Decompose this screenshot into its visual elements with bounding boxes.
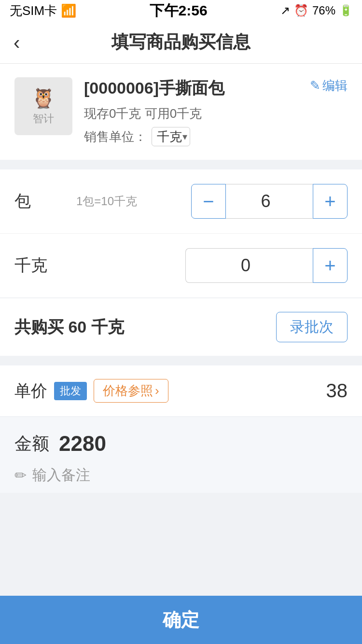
price-value: 38: [326, 380, 348, 402]
price-ref-label: 价格参照: [103, 382, 153, 399]
edit-icon: ✎: [310, 78, 320, 93]
owl-icon: 🦉: [31, 87, 56, 110]
page: 无SIM卡 📶 下午2:56 ↗ ⏰ 76% 🔋 ‹ 填写商品购买信息 🦉 智计…: [0, 0, 362, 644]
price-label: 单价: [14, 380, 47, 402]
nav-bar: ‹ 填写商品购买信息: [0, 21, 362, 64]
back-button[interactable]: ‹: [14, 33, 20, 52]
unit-label: 销售单位：: [84, 128, 147, 145]
summary-text: 共购买 60 千克: [14, 316, 124, 338]
status-right: ↗ ⏰ 76% 🔋: [280, 4, 352, 17]
kg-controls: +: [185, 248, 348, 283]
summary-unit: 千克: [91, 318, 124, 336]
kg-input[interactable]: [185, 248, 313, 283]
amount-section: 金额 2280 ✏ 输入备注: [0, 417, 362, 493]
bao-controls: − +: [191, 184, 348, 219]
product-info: [0000006]手撕面包 ✎ 编辑 现存0千克 可用0千克 销售单位： 千克: [84, 77, 348, 146]
wifi-icon: 📶: [61, 3, 76, 18]
batch-button[interactable]: 录批次: [276, 312, 348, 342]
status-bar: 无SIM卡 📶 下午2:56 ↗ ⏰ 76% 🔋: [0, 0, 362, 21]
summary-prefix: 共购买: [14, 318, 64, 336]
product-card: 🦉 智计 [0000006]手撕面包 ✎ 编辑 现存0千克 可用0千克 销售单位…: [0, 64, 362, 160]
bao-plus-button[interactable]: +: [313, 184, 348, 219]
battery-icon: 🔋: [339, 4, 352, 17]
amount-row: 金额 2280: [14, 432, 348, 456]
note-row[interactable]: ✏ 输入备注: [14, 465, 348, 485]
bao-input[interactable]: [226, 184, 313, 219]
unit-select-wrap[interactable]: 千克: [152, 127, 190, 146]
product-header: [0000006]手撕面包 ✎ 编辑: [84, 77, 348, 99]
edit-button[interactable]: ✎ 编辑: [310, 77, 348, 94]
note-icon: ✏: [14, 467, 27, 484]
alarm-icon: ⏰: [294, 4, 308, 17]
amount-value: 2280: [59, 432, 106, 456]
battery-text: 76%: [312, 4, 335, 17]
unit-select[interactable]: 千克: [152, 127, 190, 146]
summary-section: 共购买 60 千克 录批次: [0, 298, 362, 356]
note-placeholder: 输入备注: [32, 465, 90, 485]
location-icon: ↗: [280, 4, 290, 17]
nav-title: 填写商品购买信息: [111, 30, 251, 54]
summary-amount: 60: [68, 318, 86, 336]
bao-minus-button[interactable]: −: [191, 184, 226, 219]
kg-plus-button[interactable]: +: [313, 248, 348, 283]
kg-label: 千克: [14, 254, 72, 277]
amount-label: 金额: [14, 432, 49, 456]
price-section: 单价 批发 价格参照 › 38: [0, 365, 362, 417]
product-unit: 销售单位： 千克: [84, 127, 348, 146]
status-left: 无SIM卡 📶: [10, 2, 76, 19]
thumb-label: 智计: [33, 112, 54, 126]
confirm-button[interactable]: 确定: [0, 596, 362, 644]
product-thumbnail: 🦉 智计: [14, 77, 72, 135]
price-left: 单价 批发 价格参照 ›: [14, 379, 168, 403]
edit-label: 编辑: [322, 77, 348, 94]
kg-input-row: 千克 +: [0, 234, 362, 297]
bao-label: 包: [14, 190, 72, 212]
bao-hint: 1包=10千克: [76, 194, 191, 209]
product-name: [0000006]手撕面包: [84, 77, 310, 99]
carrier-text: 无SIM卡: [10, 2, 57, 19]
price-ref-button[interactable]: 价格参照 ›: [94, 379, 168, 403]
time-display: 下午2:56: [150, 1, 208, 21]
bao-input-row: 包 1包=10千克 − +: [0, 169, 362, 234]
product-stock: 现存0千克 可用0千克: [84, 105, 348, 122]
price-row: 单价 批发 价格参照 › 38: [14, 379, 348, 403]
price-tag: 批发: [54, 382, 87, 400]
price-ref-icon: ›: [155, 383, 159, 398]
input-section: 包 1包=10千克 − + 千克 +: [0, 169, 362, 297]
